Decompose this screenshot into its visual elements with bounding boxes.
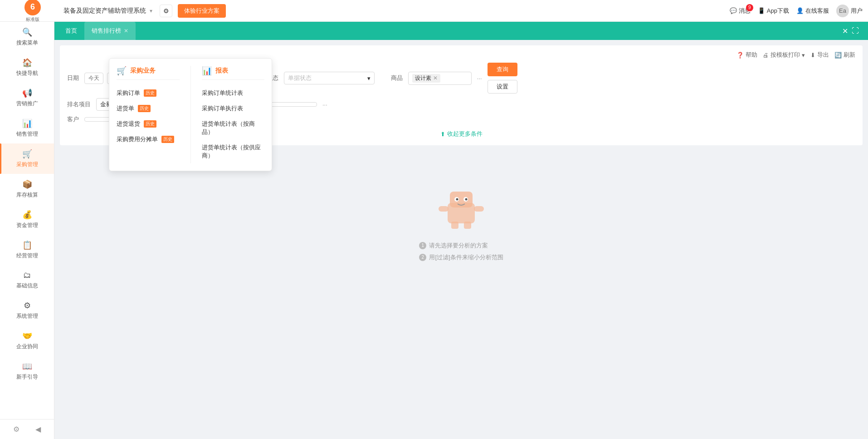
menu-divider: [190, 66, 191, 163]
rank-label: 排名项目: [67, 100, 91, 109]
system-title-text: 装备及固定资产辅助管理系统: [63, 7, 146, 15]
menu-item-order-stats[interactable]: 采购订单统计表: [202, 85, 265, 101]
messages-btn[interactable]: 💬 消息 9: [730, 7, 751, 15]
help-label: 帮助: [746, 51, 757, 59]
app-download-btn[interactable]: 📱 App下载: [758, 7, 789, 15]
business-column-icon: 🛒: [117, 66, 127, 76]
refresh-icon: 🔄: [834, 52, 842, 59]
tab-sales-rank-label: 销售排行榜: [92, 27, 121, 35]
sidebar-item-basic-info[interactable]: 🗂 基础信息: [0, 265, 54, 295]
tab-close-btn[interactable]: ✕: [842, 27, 848, 35]
settings-btn[interactable]: 设置: [488, 80, 517, 94]
sidebar-item-marketing[interactable]: 📢 营销推广: [0, 83, 54, 113]
print-btn[interactable]: 🖨 按模板打印 ▾: [763, 51, 805, 59]
empty-text-list: 1 请先选择要分析的方案 2 用[过滤]条件来缩小分析范围: [419, 240, 503, 263]
menu-item-expense[interactable]: 采购费用分摊单 历史: [117, 132, 180, 147]
menu-item-incoming[interactable]: 进货单 历史: [117, 101, 180, 116]
sidebar-item-label-operations: 经营管理: [16, 252, 38, 260]
tab-expand-btn[interactable]: ⛶: [852, 27, 859, 35]
sidebar: 🔍 搜索菜单 🏠 快捷导航 📢 营销推广 📊 销售管理 🛒 采购管理 📦: [0, 22, 54, 439]
content-area: 首页 销售排行榜 ✕ ✕ ⛶: [54, 22, 868, 439]
sidebar-item-sales[interactable]: 📊 销售管理: [0, 113, 54, 143]
sidebar-item-operations[interactable]: 📋 经营管理: [0, 235, 54, 265]
app-download-label: App下载: [767, 7, 789, 15]
menu-item-incoming-by-product[interactable]: 进货单统计表（按商品）: [202, 116, 265, 140]
avatar: Ea: [836, 5, 849, 17]
sidebar-item-label-marketing: 营销推广: [16, 100, 38, 108]
incoming-badge: 历史: [138, 105, 151, 112]
tab-home[interactable]: 首页: [58, 22, 84, 40]
print-label: 按模板打印: [770, 51, 800, 59]
sidebar-collapse-btn[interactable]: ◀: [35, 425, 41, 434]
user-label: 用户: [851, 7, 863, 15]
sidebar-item-label-cooperation: 企业协同: [16, 343, 38, 350]
report-column-title: 报表: [215, 67, 228, 75]
empty-illustration: [434, 187, 488, 232]
collapse-up-icon: ⬆: [440, 131, 445, 138]
industry-btn[interactable]: 体验行业方案: [178, 4, 226, 18]
sidebar-item-system[interactable]: ⚙ 系统管理: [0, 295, 54, 326]
doc-status-input[interactable]: 单据状态 ▾: [284, 72, 375, 84]
refresh-btn[interactable]: 🔄 刷新: [834, 51, 855, 59]
tab-close-icon[interactable]: ✕: [124, 28, 128, 34]
purchase-order-badge: 历史: [144, 89, 156, 97]
product-input[interactable]: 设计素 ✕: [408, 72, 472, 85]
sidebar-item-purchase[interactable]: 🛒 采购管理: [0, 143, 54, 174]
product-more-dots[interactable]: ···: [477, 75, 482, 82]
product-tag-close[interactable]: ✕: [433, 75, 438, 81]
logo-area: 6 标准版: [5, 0, 60, 23]
customer-label: 客户: [67, 115, 79, 123]
svg-rect-8: [451, 222, 458, 229]
export-btn[interactable]: ⬇ 导出: [810, 51, 829, 59]
sidebar-item-label-basic-info: 基础信息: [16, 282, 38, 290]
home-icon: 🏠: [22, 58, 32, 68]
guide-icon: 📖: [22, 361, 32, 371]
menu-item-purchase-order[interactable]: 采购订单 历史: [117, 85, 180, 101]
sidebar-item-label-purchase: 采购管理: [16, 161, 38, 168]
sidebar-item-label-quick-nav: 快捷导航: [16, 69, 38, 77]
online-service-btn[interactable]: 👤 在线客服: [796, 7, 829, 15]
basic-info-icon: 🗂: [23, 271, 31, 280]
salesperson-more-dots[interactable]: ···: [322, 101, 327, 108]
sidebar-settings-btn[interactable]: ⚙: [13, 425, 20, 434]
settings-icon-btn[interactable]: ⚙: [160, 5, 172, 17]
print-icon: 🖨: [763, 52, 769, 59]
sidebar-item-cooperation[interactable]: 🤝 企业协同: [0, 326, 54, 356]
sidebar-item-finance[interactable]: 💰 资金管理: [0, 204, 54, 235]
collapse-label: 收起更多条件: [447, 130, 483, 138]
finance-icon: 💰: [22, 210, 32, 220]
messages-badge: 9: [746, 4, 753, 11]
svg-point-4: [456, 198, 458, 201]
help-btn[interactable]: ❓ 帮助: [736, 51, 757, 59]
export-label: 导出: [817, 51, 829, 59]
product-label: 商品: [391, 74, 403, 82]
top-right: 💬 消息 9 📱 App下载 👤 在线客服 Ea 用户: [730, 5, 863, 17]
menu-item-incoming-by-supplier[interactable]: 进货单统计表（按供应商）: [202, 140, 265, 163]
sidebar-item-quick-nav[interactable]: 🏠 快捷导航: [0, 52, 54, 83]
export-icon: ⬇: [810, 52, 815, 59]
business-column-title: 采购业务: [130, 67, 156, 75]
order-stats-label: 采购订单统计表: [202, 89, 243, 97]
tab-sales-rank[interactable]: 销售排行榜 ✕: [84, 22, 136, 40]
purchase-icon: 🛒: [22, 149, 32, 159]
expense-label: 采购费用分摊单: [117, 135, 158, 143]
query-btn[interactable]: 查询: [488, 63, 517, 76]
menu-item-return[interactable]: 进货退货 历史: [117, 116, 180, 132]
empty-state: 1 请先选择要分析的方案 2 用[过滤]条件来缩小分析范围: [60, 151, 863, 300]
system-dropdown-arrow[interactable]: ▾: [150, 8, 152, 14]
tab-window-controls: ✕ ⛶: [837, 27, 864, 35]
sidebar-item-label-inventory: 库存核算: [16, 191, 38, 199]
logo-icon: 6: [24, 0, 41, 15]
svg-rect-6: [439, 206, 449, 212]
sidebar-item-inventory[interactable]: 📦 库存核算: [0, 174, 54, 204]
user-btn[interactable]: Ea 用户: [836, 5, 863, 17]
sidebar-item-search[interactable]: 🔍 搜索菜单: [0, 22, 54, 52]
date-btn-today[interactable]: 今天: [84, 73, 103, 84]
incoming-by-supplier-label: 进货单统计表（按供应商）: [202, 143, 265, 160]
sidebar-item-label-guide: 新手引导: [16, 373, 38, 381]
business-column-header: 🛒 采购业务: [117, 66, 180, 80]
menu-item-order-exec[interactable]: 采购订单执行表: [202, 101, 265, 116]
business-column: 🛒 采购业务 采购订单 历史 进货单 历史 进货退货 历史: [117, 66, 180, 163]
purchase-order-label: 采购订单: [117, 89, 140, 97]
sidebar-item-guide[interactable]: 📖 新手引导: [0, 356, 54, 386]
